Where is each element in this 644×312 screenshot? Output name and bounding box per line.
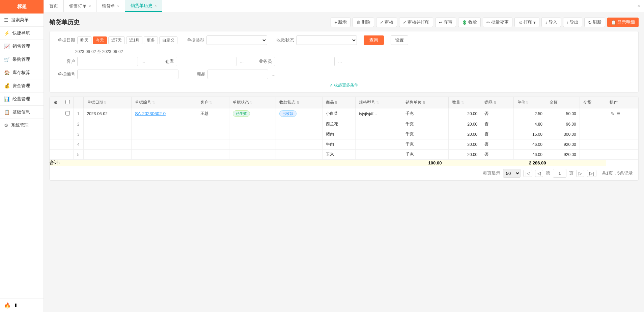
th-customer[interactable]: 客户	[197, 97, 229, 108]
audit-icon: ✓	[380, 20, 384, 25]
th-doc-status[interactable]: 单据状态	[229, 97, 276, 108]
td-doc-status	[229, 119, 276, 129]
sidebar-pause-icon[interactable]: ⏸	[13, 303, 19, 309]
column-gear-icon[interactable]: ⚙	[54, 100, 58, 105]
th-action: 操作	[606, 97, 638, 108]
ops-icon: 📊	[4, 96, 10, 102]
page-prev-button[interactable]: ◁	[535, 170, 543, 177]
td-action	[606, 129, 638, 139]
customer-input[interactable]	[77, 57, 138, 66]
sidebar-item-search-menu[interactable]: ☰ 搜索菜单	[0, 14, 44, 27]
customer-dots-btn[interactable]: ...	[140, 59, 147, 64]
doc-no-input[interactable]	[77, 70, 178, 79]
td-action	[606, 119, 638, 129]
tab-sales-history[interactable]: 销货单历史 ×	[125, 0, 162, 12]
warehouse-input[interactable]	[176, 57, 236, 66]
print-button[interactable]: 🖨 打印 ▾	[514, 18, 539, 27]
date-btn-last1month[interactable]: 近1月	[126, 36, 143, 44]
collect-status-select[interactable]	[296, 35, 357, 45]
th-unit[interactable]: 销售单位	[402, 97, 449, 108]
td-goods: 小白菜	[322, 108, 356, 119]
tab-sales-order[interactable]: 销售订单 ×	[64, 0, 96, 12]
sidebar-item-finance[interactable]: 💰 资金管理	[0, 79, 44, 93]
goods-input[interactable]	[207, 70, 268, 79]
doc-no-link[interactable]: SA-20230602-0	[135, 111, 166, 116]
tabs-bar-close[interactable]: ×	[633, 3, 644, 8]
td-customer: 王总	[197, 108, 229, 119]
th-goods[interactable]: 商品	[322, 97, 356, 108]
sidebar-item-sales-mgmt[interactable]: 📈 销售管理	[0, 40, 44, 53]
refresh-button[interactable]: ↻ 刷新	[584, 18, 605, 27]
discard-button[interactable]: ↩ 弃审	[435, 18, 456, 27]
sidebar-item-sys-mgmt[interactable]: ⚙ 系统管理	[0, 119, 44, 132]
th-collect-status[interactable]: 收款状态	[276, 97, 322, 108]
tab-sales-history-close[interactable]: ×	[155, 4, 157, 8]
summary-label: 合计:	[50, 160, 83, 166]
sales-rep-dots-btn[interactable]: ...	[337, 59, 343, 64]
td-doc-no[interactable]: SA-20230602-0	[131, 108, 197, 119]
page-last-button[interactable]: ▷|	[587, 170, 596, 177]
audit-button[interactable]: ✓ 审核	[376, 18, 397, 27]
delete-button[interactable]: 🗑 删除	[353, 18, 374, 27]
page-total-info: 共1页，5条记录	[602, 170, 633, 176]
tab-sales-order-close[interactable]: ×	[89, 4, 91, 8]
row-checkbox[interactable]	[65, 111, 70, 115]
import-button[interactable]: ↓ 导入	[541, 18, 561, 27]
collect-button[interactable]: 💲 收款	[458, 18, 481, 27]
audit-print-button[interactable]: ✓ 审核并打印	[399, 18, 433, 27]
date-btn-last7[interactable]: 近7天	[108, 36, 125, 44]
sidebar-item-inventory[interactable]: 🏠 库存核算	[0, 66, 44, 79]
th-gear[interactable]: ⚙	[50, 97, 62, 108]
sidebar-item-quick-nav[interactable]: ⚡ 快捷导航	[0, 27, 44, 40]
table-body: 1 2023-06-02 SA-20230602-0 王总 已生效 已收款 小白…	[50, 108, 638, 160]
summary-amount-total: 2,286.00	[513, 160, 546, 166]
show-detail-button[interactable]: 📋 显示明细	[607, 18, 639, 27]
td-unit-price: 2.50	[513, 108, 546, 119]
goods-dots-btn[interactable]: ...	[270, 72, 277, 77]
detail-icon[interactable]: ☰	[616, 111, 620, 116]
warehouse-dots-btn[interactable]: ...	[239, 59, 245, 64]
sidebar-item-purchase-mgmt[interactable]: 🛒 采购管理	[0, 53, 44, 66]
th-gift[interactable]: 赠品	[481, 97, 513, 108]
query-button[interactable]: 查询	[364, 35, 384, 45]
finance-icon: 💰	[4, 83, 10, 88]
date-btn-custom[interactable]: 自定义	[159, 36, 177, 44]
select-all-checkbox[interactable]	[65, 100, 70, 104]
th-unit-price[interactable]: 单价	[513, 97, 546, 108]
date-btn-today[interactable]: 今天	[93, 36, 107, 44]
page-next-button[interactable]: ▷	[576, 170, 584, 177]
edit-icon[interactable]: ✎	[611, 111, 614, 116]
sidebar-item-base-info[interactable]: 📋 基础信息	[0, 106, 44, 119]
new-button[interactable]: + 新增	[331, 18, 351, 27]
td-goods: 牛肉	[322, 139, 356, 150]
sidebar-item-ops-mgmt[interactable]: 📊 经营管理	[0, 93, 44, 106]
doc-type-select[interactable]	[206, 35, 267, 45]
th-qty[interactable]: 数量	[448, 97, 481, 108]
batch-change-button[interactable]: ✏ 批量变更	[483, 18, 512, 27]
th-doc-no[interactable]: 单据编号	[131, 97, 197, 108]
th-doc-date[interactable]: 单据日期	[83, 97, 131, 108]
td-customer	[197, 119, 229, 129]
page-size-select[interactable]: 20 50 100	[503, 169, 521, 178]
tab-home[interactable]: 首页	[44, 0, 64, 12]
new-icon: +	[334, 20, 337, 25]
th-spec[interactable]: 规格型号	[356, 97, 402, 108]
customer-label: 客户	[55, 58, 75, 64]
td-gift: 否	[481, 129, 513, 139]
date-btn-more[interactable]: 更多	[144, 36, 158, 44]
collapse-bar[interactable]: ∧ 收起更多条件	[55, 82, 633, 88]
page-first-button[interactable]: |◁	[523, 170, 532, 177]
detail-icon: 📋	[611, 20, 616, 25]
td-gear	[50, 108, 62, 119]
delete-label: 删除	[362, 19, 370, 25]
page-input[interactable]	[553, 169, 566, 178]
settings-button[interactable]: 设置	[391, 35, 408, 45]
tab-sales-goods-close[interactable]: ×	[117, 4, 119, 8]
date-btn-yesterday[interactable]: 昨天	[77, 36, 91, 44]
export-button[interactable]: ↑ 导出	[563, 18, 583, 27]
collect-status-badge: 已收款	[279, 110, 297, 117]
tab-sales-goods[interactable]: 销货单 ×	[96, 0, 125, 12]
td-doc-status: 已生效	[229, 108, 276, 119]
sales-rep-input[interactable]	[274, 57, 335, 66]
sidebar-fire-icon[interactable]: 🔥	[4, 302, 11, 309]
